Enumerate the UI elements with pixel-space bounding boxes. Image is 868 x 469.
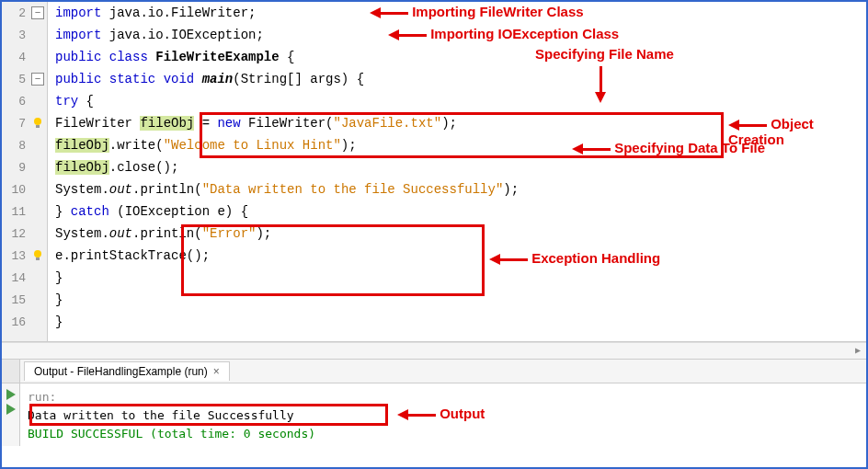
play-icon [6, 389, 16, 400]
line-number: 4 [2, 51, 29, 64]
line-number: 15 [2, 293, 29, 307]
run-button[interactable] [5, 389, 17, 402]
line-number: 8 [2, 139, 29, 153]
line-number: 3 [2, 29, 29, 42]
output-tab-bar: Output - FileHandlingExample (run) × [2, 360, 866, 383]
fold-icon[interactable]: − [31, 73, 44, 86]
run-controls [2, 383, 20, 446]
gutter: 2− 3 4 5− 6 7 8 9 10 11 12 13 14 15 16 [2, 2, 48, 341]
line-number: 6 [2, 95, 29, 109]
rerun-button[interactable] [5, 404, 17, 417]
line-number: 12 [2, 227, 29, 241]
line-number: 16 [2, 315, 29, 329]
scroll-right-icon[interactable]: ▶ [851, 344, 864, 357]
output-tab-label: Output - FileHandlingExample (run) [34, 365, 208, 378]
output-line: run: [28, 387, 315, 406]
code-editor: 2− 3 4 5− 6 7 8 9 10 11 12 13 14 15 16 i… [2, 2, 866, 342]
line-number: 9 [2, 161, 29, 175]
line-number: 13 [2, 249, 29, 263]
annotation: Output [397, 406, 485, 421]
bulb-icon[interactable] [31, 249, 44, 262]
output-panel: Output - FileHandlingExample (run) × run… [2, 359, 866, 446]
line-number: 7 [2, 117, 29, 131]
output-text[interactable]: run: Data written to the file Successful… [20, 383, 323, 446]
close-icon[interactable]: × [213, 365, 220, 378]
line-number: 14 [2, 271, 29, 285]
play-icon [6, 404, 16, 415]
output-line: BUILD SUCCESSFUL (total time: 0 seconds) [28, 424, 315, 442]
output-line: Data written to the file Successfully [28, 406, 315, 424]
line-number: 5 [2, 73, 29, 86]
svg-point-0 [34, 118, 41, 125]
line-number: 2 [2, 6, 29, 20]
bulb-icon[interactable] [31, 117, 44, 130]
fold-icon[interactable]: − [31, 6, 44, 19]
code-area[interactable]: import java.io.FileWriter; import java.i… [48, 2, 866, 341]
line-number: 11 [2, 205, 29, 219]
svg-rect-1 [36, 125, 40, 128]
panel-gutter [2, 360, 20, 383]
svg-point-2 [34, 250, 41, 257]
svg-rect-3 [36, 257, 40, 260]
output-tab[interactable]: Output - FileHandlingExample (run) × [24, 361, 230, 381]
line-number: 10 [2, 183, 29, 197]
output-body: run: Data written to the file Successful… [2, 383, 866, 446]
horizontal-scrollbar[interactable]: ▶ [2, 342, 866, 359]
